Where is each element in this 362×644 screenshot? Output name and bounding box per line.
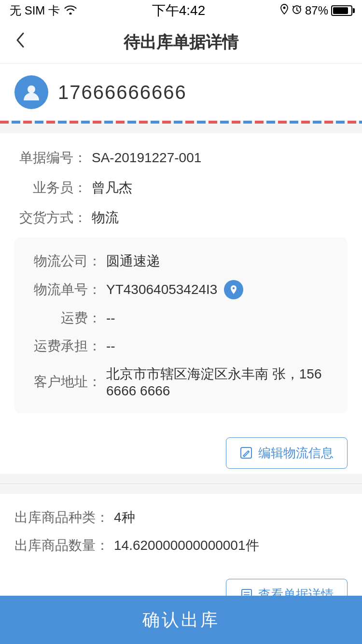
tracking-location-icon[interactable]: [224, 280, 243, 299]
tracking-number-label: 物流单号：: [29, 280, 106, 299]
edit-logistics-label: 编辑物流信息: [258, 445, 334, 462]
goods-section: 出库商品种类： 4种 出库商品数量： 14.620000000000001件: [0, 494, 362, 569]
dashed-divider: [0, 121, 362, 124]
page-title: 待出库单据详情: [124, 31, 238, 54]
freight-bearer-label: 运费承担：: [29, 337, 106, 355]
tracking-number-value: YT43064053424I3: [106, 280, 333, 299]
confirm-button[interactable]: 确认出库: [0, 596, 362, 644]
status-left: 无 SIM 卡: [10, 3, 77, 18]
status-right: 87%: [280, 4, 352, 17]
goods-type-row: 出库商品种类： 4种: [14, 508, 348, 527]
order-number-value: SA-20191227-001: [92, 148, 348, 168]
goods-quantity-row: 出库商品数量： 14.620000000000001件: [14, 536, 348, 555]
customer-address-row: 客户地址： 北京市市辖区海淀区永丰南 张，156 6666 6666: [29, 365, 333, 399]
customer-address-label: 客户地址：: [29, 373, 106, 391]
freight-row: 运费： --: [29, 309, 333, 327]
goods-type-value: 4种: [114, 508, 135, 527]
customer-phone: 17666666666: [58, 82, 187, 103]
delivery-method-label: 交货方式：: [14, 208, 92, 228]
svg-point-0: [283, 7, 285, 9]
svg-point-3: [233, 287, 235, 289]
section-divider: [0, 483, 362, 484]
battery-fill: [333, 7, 348, 14]
salesperson-label: 业务员：: [14, 178, 92, 198]
delivery-method-value: 物流: [92, 208, 348, 228]
logistics-company-value: 圆通速递: [106, 252, 333, 270]
logistics-company-label: 物流公司：: [29, 252, 106, 270]
status-bar: 无 SIM 卡 下午4:42 87%: [0, 0, 362, 21]
customer-address-value: 北京市市辖区海淀区永丰南 张，156 6666 6666: [106, 365, 333, 399]
alarm-icon: [292, 4, 302, 17]
svg-point-2: [28, 85, 35, 93]
battery-percentage: 87%: [305, 4, 328, 17]
freight-label: 运费：: [29, 309, 106, 327]
logistics-company-row: 物流公司： 圆通速递: [29, 252, 333, 270]
order-number-row: 单据编号： SA-20191227-001: [14, 148, 348, 168]
location-service-icon: [280, 4, 289, 17]
edit-logistics-button[interactable]: 编辑物流信息: [226, 437, 348, 469]
tracking-number-text: YT43064053424I3: [106, 282, 217, 297]
wifi-icon: [64, 4, 77, 17]
goods-quantity-label: 出库商品数量：: [14, 536, 114, 555]
edit-btn-row: 编辑物流信息: [0, 428, 362, 474]
carrier-label: 无 SIM 卡: [10, 3, 60, 18]
basic-info-section: 单据编号： SA-20191227-001 业务员： 曾凡杰 交货方式： 物流 …: [0, 133, 362, 428]
status-time: 下午4:42: [152, 1, 206, 20]
freight-bearer-value: --: [106, 338, 333, 354]
goods-quantity-value: 14.620000000000001件: [114, 536, 259, 555]
delivery-method-row: 交货方式： 物流: [14, 208, 348, 228]
salesperson-row: 业务员： 曾凡杰: [14, 178, 348, 198]
customer-header: 17666666666: [0, 64, 362, 121]
battery-icon: [331, 5, 352, 16]
tracking-number-row: 物流单号： YT43064053424I3: [29, 280, 333, 299]
freight-bearer-row: 运费承担： --: [29, 337, 333, 355]
confirm-button-label: 确认出库: [142, 608, 220, 632]
salesperson-value: 曾凡杰: [92, 178, 348, 198]
avatar: [14, 75, 48, 109]
order-number-label: 单据编号：: [14, 148, 92, 168]
content-area: 17666666666 单据编号： SA-20191227-001 业务员： 曾…: [0, 64, 362, 644]
back-button[interactable]: [14, 30, 43, 54]
nav-bar: 待出库单据详情: [0, 21, 362, 64]
logistics-card: 物流公司： 圆通速递 物流单号： YT43064053424I3 运费：: [14, 238, 348, 413]
freight-value: --: [106, 310, 333, 326]
goods-type-label: 出库商品种类：: [14, 508, 114, 527]
